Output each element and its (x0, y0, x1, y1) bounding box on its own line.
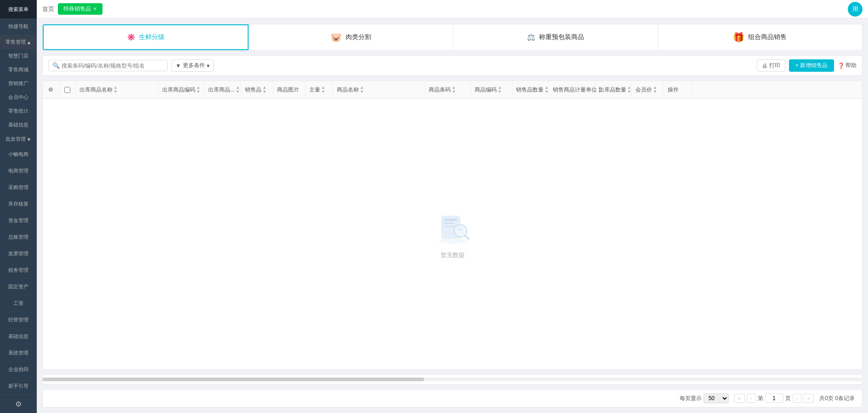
sort-icon[interactable]: ▲▼ (452, 86, 456, 94)
sidebar-item-tutorial[interactable]: 新手引导 (0, 378, 37, 395)
sidebar-item-ecom-small[interactable]: 小畅电商 (0, 146, 37, 163)
fresh-grading-label: 生鲜分级 (139, 33, 165, 41)
svg-rect-4 (444, 226, 456, 227)
sort-icon[interactable]: ▲▼ (262, 86, 267, 94)
th-out-qty: 出库品数量 ▲▼ (595, 81, 632, 98)
add-button[interactable]: + 新增销售品 (789, 59, 834, 72)
th-check[interactable] (59, 81, 76, 98)
prev-page-button[interactable]: ‹ (747, 394, 756, 403)
filter-label: 更多条件 (183, 62, 205, 69)
sort-icon[interactable]: ▲▼ (113, 86, 118, 94)
pagination: 每页显示 50 10 20 100 « ‹ 第 页 › » 共0页 0条记录 (42, 389, 862, 407)
sidebar-item-ecom-manage[interactable]: 电商管理 (0, 163, 37, 179)
help-button[interactable]: ❓ 帮助 (838, 62, 857, 69)
toolbar-left: 🔍 ▼ 更多条件 ▾ (48, 59, 214, 72)
search-box[interactable]: 🔍 (48, 60, 168, 71)
sidebar-item-invoice[interactable]: 发票管理 (0, 246, 37, 262)
tab-fresh-grading[interactable]: ❋ 生鲜分级 (43, 24, 249, 50)
sort-icon[interactable]: ▲▼ (321, 86, 325, 94)
table-scroll[interactable]: ⚙ 出库商品名称 ▲▼ 出库商品编码 ▲▼ 出库商品... ▲▼ (43, 81, 862, 99)
active-tab[interactable]: 特殊销售品 ✕ (58, 3, 102, 15)
gear-icon[interactable]: ⚙ (0, 395, 37, 413)
retail-mall-label: 零售商城 (8, 66, 28, 73)
sort-icon[interactable]: ▲▼ (627, 86, 631, 94)
topbar: 首页 特殊销售品 ✕ 用 (37, 0, 868, 18)
select-all-checkbox[interactable] (64, 87, 70, 93)
sort-icon[interactable]: ▲▼ (196, 86, 200, 94)
sidebar-item-retail[interactable]: 零售管理 ▲ (0, 35, 37, 49)
wholesale-arrow-icon: ▼ (27, 137, 32, 142)
th-goods-barcode: 商品条码 ▲▼ (425, 81, 471, 98)
tab-weight-prepack[interactable]: ⚖ 称重预包装商品 (454, 24, 658, 50)
sidebar-item-fixed-assets[interactable]: 固定资产 (0, 279, 37, 295)
per-page-select[interactable]: 50 10 20 100 (703, 393, 729, 403)
sidebar-item-ledger[interactable]: 总账管理 (0, 229, 37, 246)
print-button[interactable]: 🖨 打印 (757, 59, 785, 72)
sidebar-item-system[interactable]: 系统管理 (0, 345, 37, 361)
sidebar-item-base-info-1[interactable]: 基础信息 (0, 118, 37, 132)
first-page-button[interactable]: « (734, 394, 745, 403)
sidebar-item-salary[interactable]: 工资 (0, 295, 37, 312)
sidebar-item-wholesale[interactable]: 批发管理 ▼ (0, 132, 37, 146)
sidebar-item-finance[interactable]: 资金管理 (0, 212, 37, 229)
page-size-selector: 每页显示 50 10 20 100 (680, 393, 729, 403)
sidebar-item-smart-store[interactable]: 智慧门店 (0, 49, 37, 63)
tab-combo-sales[interactable]: 🎁 组合商品销售 (658, 24, 862, 50)
th-sale-item: 销售品 ▲▼ (241, 81, 273, 98)
sidebar-item-marketing[interactable]: 营销推广 (0, 77, 37, 91)
meat-cutting-label: 肉类分割 (346, 33, 371, 41)
th-warehouse-spec: 出库商品... ▲▼ (204, 81, 241, 98)
last-page-button[interactable]: » (804, 394, 814, 403)
close-icon[interactable]: ✕ (93, 6, 97, 12)
th-setting[interactable]: ⚙ (43, 81, 59, 98)
sidebar-item-tax[interactable]: 税务管理 (0, 262, 37, 279)
scrollbar-thumb[interactable] (43, 378, 424, 381)
svg-rect-2 (444, 219, 458, 221)
sort-icon[interactable]: ▲▼ (545, 86, 549, 94)
scrollbar-track[interactable] (43, 378, 862, 381)
content-area: ❋ 生鲜分级 🐷 肉类分割 ⚖ 称重预包装商品 🎁 组合商品销售 (37, 18, 868, 413)
tab-meat-cutting[interactable]: 🐷 肉类分割 (249, 24, 453, 50)
user-avatar[interactable]: 用 (848, 2, 862, 17)
sidebar-logo[interactable]: 搜索菜单 (0, 0, 37, 18)
sort-icon[interactable]: ▲▼ (236, 86, 240, 94)
sidebar-item-inventory[interactable]: 库存核算 (0, 196, 37, 212)
page-unit-label: 页 (785, 395, 791, 402)
sidebar-item-biz-manage[interactable]: 经营管理 (0, 312, 37, 328)
sort-icon[interactable]: ▲▼ (498, 86, 502, 94)
sidebar-item-enterprise[interactable]: 企业协同 (0, 361, 37, 378)
toolbar: 🔍 ▼ 更多条件 ▾ 🖨 打印 + 新增销售品 ❓ (42, 55, 862, 76)
sort-icon[interactable]: ▲▼ (360, 86, 364, 94)
table-area: ⚙ 出库商品名称 ▲▼ 出库商品编码 ▲▼ 出库商品... ▲▼ (42, 80, 862, 370)
combo-sales-label: 组合商品销售 (748, 33, 787, 41)
empty-text: 暂无数据 (441, 251, 465, 259)
next-page-button[interactable]: › (793, 394, 802, 403)
th-operation: 操作 (664, 81, 692, 98)
retail-label: 零售管理 (6, 39, 26, 46)
meat-cutting-icon: 🐷 (330, 32, 342, 43)
filter-icon: ▼ (176, 63, 181, 69)
sidebar-item-member[interactable]: 会员中心 (0, 91, 37, 104)
sidebar-item-retail-mall[interactable]: 零售商城 (0, 63, 37, 77)
retail-stats-label: 零售统计 (8, 108, 28, 115)
smart-store-label: 智慧门店 (8, 52, 28, 59)
total-info: 共0页 0条记录 (819, 395, 855, 402)
print-label: 打印 (769, 62, 780, 69)
sidebar-bottom: ⚙ (0, 395, 37, 413)
th-main-quantity: 主量 ▲▼ (306, 81, 333, 98)
help-icon: ❓ (838, 63, 845, 69)
weight-prepack-label: 称重预包装商品 (539, 33, 584, 41)
page-input[interactable] (765, 394, 783, 403)
breadcrumb-home[interactable]: 首页 (42, 5, 54, 13)
search-input[interactable] (62, 63, 163, 69)
sidebar-item-base-info-2[interactable]: 基础信息 (0, 328, 37, 345)
sidebar-item-purchase[interactable]: 采购管理 (0, 179, 37, 196)
sidebar-item-quick-nav[interactable]: 快捷导航 (0, 18, 37, 35)
filter-button[interactable]: ▼ 更多条件 ▾ (171, 59, 214, 72)
main-area: 首页 特殊销售品 ✕ 用 ❋ 生鲜分级 🐷 肉类分割 ⚖ 称重预包装商品 (37, 0, 868, 413)
th-sale-unit: 销售商品计量单位 ▲▼ (549, 81, 595, 98)
sort-icon[interactable]: ▲▼ (653, 86, 657, 94)
th-goods-name: 商品名称 ▲▼ (333, 81, 425, 98)
toolbar-right: 🖨 打印 + 新增销售品 ❓ 帮助 (757, 59, 857, 72)
sidebar-item-retail-stats[interactable]: 零售统计 (0, 104, 37, 118)
